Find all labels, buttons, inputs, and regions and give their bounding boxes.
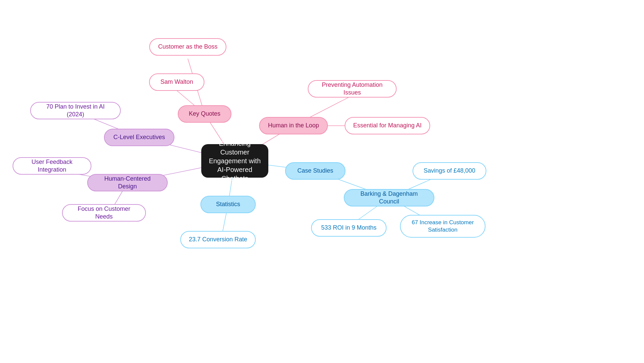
- node-savings[interactable]: Savings of £48,000: [413, 162, 486, 180]
- node-human-loop[interactable]: Human in the Loop: [259, 117, 328, 134]
- node-focus-customer[interactable]: Focus on Customer Needs: [62, 204, 146, 222]
- sam-walton-label: Sam Walton: [160, 78, 193, 86]
- node-customer-boss[interactable]: Customer as the Boss: [149, 38, 226, 56]
- node-human-centered[interactable]: Human-Centered Design: [87, 174, 168, 191]
- focus-customer-label: Focus on Customer Needs: [69, 205, 139, 221]
- node-roi[interactable]: 533 ROI in 9 Months: [311, 219, 387, 237]
- node-case-studies[interactable]: Case Studies: [285, 162, 345, 180]
- node-sam-walton[interactable]: Sam Walton: [149, 73, 205, 91]
- human-loop-label: Human in the Loop: [268, 122, 319, 129]
- preventing-automation-label: Preventing Automation Issues: [315, 81, 389, 97]
- center-label: Enhancing Customer Engagement with AI-Po…: [207, 139, 262, 183]
- 70-plan-label: 70 Plan to Invest in AI (2024): [38, 103, 113, 119]
- node-key-quotes[interactable]: Key Quotes: [178, 105, 231, 123]
- node-preventing-automation[interactable]: Preventing Automation Issues: [308, 80, 397, 98]
- conversion-rate-label: 23.7 Conversion Rate: [189, 236, 247, 243]
- roi-label: 533 ROI in 9 Months: [321, 224, 376, 232]
- statistics-label: Statistics: [216, 200, 240, 208]
- savings-label: Savings of £48,000: [424, 167, 475, 175]
- human-centered-label: Human-Centered Design: [95, 175, 160, 191]
- node-statistics[interactable]: Statistics: [201, 196, 256, 213]
- key-quotes-label: Key Quotes: [189, 110, 220, 118]
- node-barking-dagenham[interactable]: Barking & Dagenham Council: [344, 189, 434, 206]
- c-level-label: C-Level Executives: [113, 133, 165, 141]
- node-satisfaction[interactable]: 67 Increase in Customer Satisfaction: [400, 215, 486, 238]
- node-essential-ai[interactable]: Essential for Managing AI: [345, 117, 430, 134]
- barking-dagenham-label: Barking & Dagenham Council: [351, 190, 427, 206]
- user-feedback-label: User Feedback Integration: [20, 158, 84, 174]
- node-user-feedback[interactable]: User Feedback Integration: [13, 157, 92, 175]
- node-70-plan[interactable]: 70 Plan to Invest in AI (2024): [30, 102, 121, 119]
- satisfaction-label: 67 Increase in Customer Satisfaction: [408, 219, 478, 234]
- case-studies-label: Case Studies: [297, 167, 333, 175]
- node-c-level[interactable]: C-Level Executives: [104, 129, 174, 146]
- center-node[interactable]: Enhancing Customer Engagement with AI-Po…: [201, 144, 268, 178]
- essential-ai-label: Essential for Managing AI: [353, 122, 422, 129]
- customer-boss-label: Customer as the Boss: [158, 43, 217, 51]
- node-conversion-rate[interactable]: 23.7 Conversion Rate: [180, 231, 256, 248]
